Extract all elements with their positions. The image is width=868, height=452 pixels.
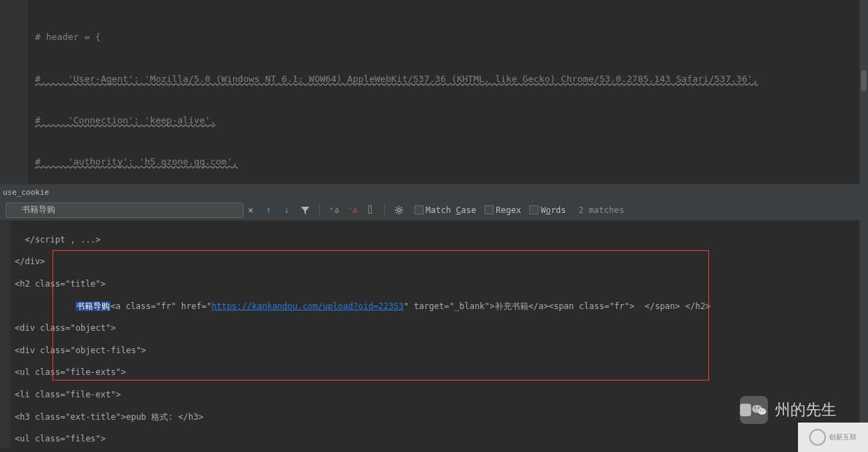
output-panel[interactable]: </script , ...> </div> <h2 class="title"…: [0, 221, 868, 448]
toggle-selection-button[interactable]: ⌷: [363, 203, 377, 217]
tab-label[interactable]: use_cookie: [3, 188, 49, 197]
code-comment: # 'authority': 'h5.qzone.qq.com',: [35, 156, 238, 167]
find-next-button[interactable]: ↓: [280, 203, 294, 217]
output-line: 书籍导购<a class="fr" href="https://kankando…: [15, 301, 864, 313]
footer-logo-text: 创新互联: [829, 432, 857, 442]
code-comment: # 'User-Agent': 'Mozilla/5.0 (Windows NT…: [35, 74, 758, 84]
search-bar: 🔍 ✕ ↑ ↓ ⁺⎀ ⁻⎀ ⌷ Match Case Regex Words 2…: [0, 200, 868, 221]
output-line: <h2 class="title">: [15, 279, 864, 290]
logo-icon: [809, 429, 826, 446]
svg-point-5: [760, 410, 761, 411]
select-all-button[interactable]: ⁻⎀: [345, 203, 359, 217]
output-line: <ul class="files">: [15, 434, 864, 445]
code-comment: # 'Connection': 'keep-alive',: [35, 115, 216, 125]
output-line: <ul class="file-exts">: [15, 367, 864, 378]
output-line: </script , ...>: [15, 235, 864, 246]
clear-search-icon[interactable]: ✕: [248, 205, 253, 215]
code-content[interactable]: # header = { # 'User-Agent': 'Mozilla/5.…: [28, 0, 868, 184]
find-previous-button[interactable]: ↑: [262, 203, 276, 217]
gear-icon: [393, 205, 405, 216]
output-line: <li class="file-ext">: [15, 390, 864, 401]
code-editor[interactable]: # header = { # 'User-Agent': 'Mozilla/5.…: [0, 0, 868, 184]
output-line: <div class="object">: [15, 323, 864, 334]
wechat-icon: [740, 396, 768, 424]
output-link[interactable]: https://kankandou.com/upload?oid=22353: [211, 301, 404, 311]
output-line: <h3 class="ext-title">epub 格式: </h3>: [15, 412, 864, 423]
words-checkbox[interactable]: Words: [529, 205, 566, 215]
editor-gutter: [0, 0, 28, 184]
search-filter-button[interactable]: [298, 203, 312, 217]
search-settings-button[interactable]: [392, 203, 406, 217]
svg-point-3: [755, 407, 756, 409]
watermark: 州的先生: [740, 396, 836, 424]
output-line: </div>: [15, 256, 864, 268]
footer-logo: 创新互联: [798, 423, 868, 452]
svg-point-6: [763, 410, 764, 411]
output-gutter: [0, 221, 10, 448]
match-case-checkbox[interactable]: Match Case: [414, 205, 476, 215]
search-input[interactable]: [6, 203, 244, 218]
output-scrollbar[interactable]: [860, 221, 868, 448]
regex-checkbox[interactable]: Regex: [484, 205, 521, 215]
watermark-text: 州的先生: [775, 399, 836, 420]
svg-point-4: [758, 407, 760, 409]
tab-bar: use_cookie: [0, 184, 868, 200]
match-count: 2 matches: [579, 205, 624, 215]
svg-point-0: [398, 208, 400, 211]
search-highlight: 书籍导购: [76, 301, 111, 311]
add-selection-button[interactable]: ⁺⎀: [327, 203, 341, 217]
output-line: <div class="object-files">: [15, 345, 864, 357]
svg-point-2: [758, 409, 766, 415]
annotation-box: [52, 250, 709, 381]
code-comment: # header = {: [35, 32, 101, 42]
